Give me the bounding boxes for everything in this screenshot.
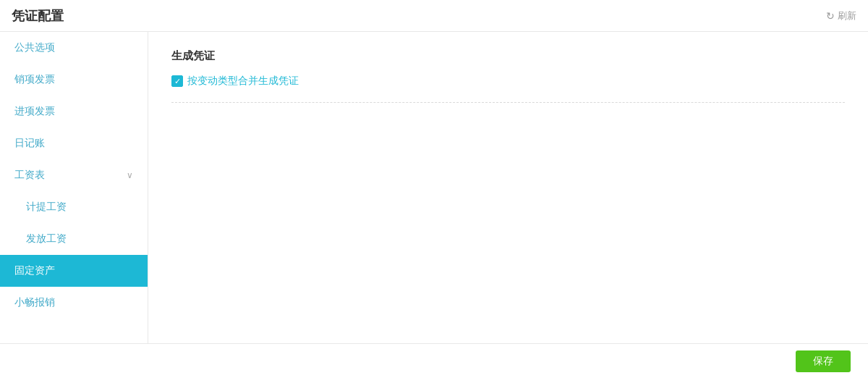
sidebar-item-sales-invoice[interactable]: 销项发票	[0, 64, 148, 96]
sidebar-item-journal[interactable]: 日记账	[0, 127, 148, 159]
merge-checkbox[interactable]: 按变动类型合并生成凭证	[171, 75, 299, 88]
sidebar-item-payroll-table[interactable]: 工资表∨	[0, 159, 148, 191]
page-title: 凭证配置	[12, 7, 64, 25]
refresh-button[interactable]: ↻ 刷新	[826, 9, 856, 22]
sidebar-item-label: 小畅报销	[14, 296, 55, 309]
section-title: 生成凭证	[171, 49, 845, 63]
sidebar-item-payroll-calc[interactable]: 计提工资	[0, 191, 148, 223]
sidebar-item-label: 进项发票	[14, 105, 55, 118]
sidebar-item-label: 日记账	[14, 137, 45, 150]
sidebar-item-public-options[interactable]: 公共选项	[0, 32, 148, 64]
sidebar-item-label: 公共选项	[14, 41, 55, 54]
sidebar-item-label: 计提工资	[26, 201, 67, 214]
checkbox-label: 按变动类型合并生成凭证	[187, 75, 299, 88]
sidebar-item-label: 工资表	[14, 169, 45, 182]
sidebar-item-payroll-pay[interactable]: 发放工资	[0, 223, 148, 255]
refresh-icon: ↻	[826, 10, 835, 22]
page-footer: 保存	[0, 343, 868, 378]
sidebar-item-fixed-assets[interactable]: 固定资产	[0, 255, 148, 287]
checkbox-box	[171, 75, 183, 87]
section-divider	[171, 102, 845, 103]
page-header: 凭证配置 ↻ 刷新	[0, 0, 868, 32]
main-layout: 公共选项销项发票进项发票日记账工资表∨计提工资发放工资固定资产小畅报销 生成凭证…	[0, 32, 868, 378]
content-area: 生成凭证 按变动类型合并生成凭证	[148, 32, 868, 378]
chevron-down-icon: ∨	[127, 170, 133, 180]
refresh-label: 刷新	[838, 9, 856, 22]
sidebar-item-expense-report[interactable]: 小畅报销	[0, 287, 148, 319]
sidebar: 公共选项销项发票进项发票日记账工资表∨计提工资发放工资固定资产小畅报销	[0, 32, 148, 378]
checkbox-row: 按变动类型合并生成凭证	[171, 75, 845, 88]
sidebar-item-label: 发放工资	[26, 232, 67, 245]
sidebar-item-label: 销项发票	[14, 73, 55, 86]
sidebar-item-purchase-invoice[interactable]: 进项发票	[0, 96, 148, 127]
sidebar-item-label: 固定资产	[14, 264, 55, 277]
save-button[interactable]: 保存	[796, 350, 851, 372]
